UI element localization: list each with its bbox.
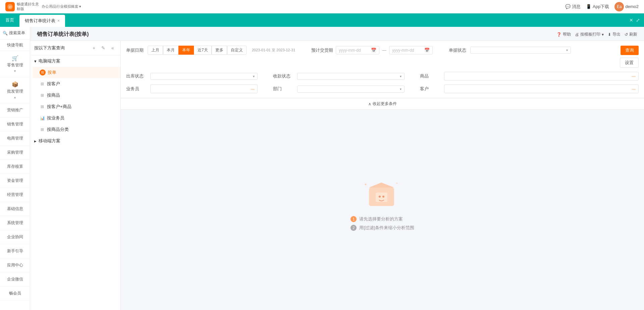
message-button[interactable]: 💬 消息: [565, 4, 581, 10]
retail-icon: 🛒: [12, 55, 18, 61]
sidebar-item-basic[interactable]: 基础信息: [0, 202, 30, 216]
date-btn-last-7[interactable]: 近7天: [194, 46, 212, 55]
date-btn-this-year[interactable]: 本年: [178, 46, 194, 55]
sidebar-item-wechat[interactable]: 企业微信: [0, 272, 30, 287]
tab-sales-order-stats[interactable]: 销售订单统计表 ×: [19, 15, 65, 27]
calendar-icon2: 📅: [424, 48, 430, 53]
doc-status-select[interactable]: ▾: [470, 47, 571, 54]
svg-point-6: [382, 196, 384, 198]
tree-item-by-order[interactable]: 按 按单: [33, 67, 120, 78]
date-filter-label: 单据日期: [126, 47, 145, 53]
header-actions: ❓ 帮助 🖨 按模板打印 ▾ ⬇ 导出 ↺ 刷新: [556, 32, 637, 37]
tab-close-icon[interactable]: ×: [57, 18, 60, 23]
sidebar-item-retail[interactable]: 🛒 零售管理 ▾: [0, 51, 30, 77]
date-btn-custom[interactable]: 自定义: [227, 46, 247, 55]
date-btn-last-month[interactable]: 上月: [148, 46, 163, 55]
calendar-icon1: 📅: [371, 48, 376, 53]
left-panel: 按以下方案查询 + ✎ « ▾ 电脑端方案 按 按单: [30, 41, 121, 310]
tree-item-by-salesman[interactable]: 📊 按业务员: [33, 112, 120, 124]
sidebar-item-ecommerce[interactable]: 电商管理: [0, 132, 30, 146]
date-btn-this-month[interactable]: 本月: [163, 46, 178, 55]
outbound-status-select[interactable]: ▾: [150, 73, 258, 80]
delivery-date-from[interactable]: yyyy-mm-dd 📅: [336, 46, 379, 54]
sidebar-item-system[interactable]: 系统管理: [0, 216, 30, 230]
empty-state: ✦ ✦ 1 请先选择要分析的方案 2 用[过滤]条件来缩小分析范围: [121, 110, 644, 310]
main-layout: 🔍 搜索菜单 快捷导航 🛒 零售管理 ▾ 📦 批发管理 ▴ 营销推广 销售管理 …: [0, 27, 644, 310]
export-icon: ⬇: [608, 32, 611, 37]
sidebar-item-marketing[interactable]: 营销推广: [0, 103, 30, 117]
query-button[interactable]: 查询: [621, 46, 639, 55]
collapse-arrow-icon: ∧: [368, 102, 371, 106]
quick-nav-button[interactable]: 快捷导航: [0, 40, 30, 51]
svg-text:✦: ✦: [364, 182, 367, 187]
print-icon: 🖨: [575, 32, 579, 37]
tree-item-by-product[interactable]: ⊞ 按商品: [33, 90, 120, 101]
help-button[interactable]: ❓ 帮助: [556, 32, 571, 37]
message-icon: 💬: [565, 4, 571, 9]
scheme-grid-icon: ⊞: [40, 81, 45, 87]
date-btn-more[interactable]: 更多: [212, 46, 227, 55]
customer-input[interactable]: ···: [444, 85, 639, 93]
scheme-grid-icon4: 📊: [40, 115, 45, 121]
hint-number-1: 1: [351, 216, 357, 222]
top-bar-left: 好 畅捷通好生意 标版 办公用品行业模拟账套 ▾: [5, 2, 81, 11]
export-button[interactable]: ⬇ 导出: [608, 32, 621, 37]
collapse-bar[interactable]: ∧ 收起更多条件: [121, 98, 644, 110]
sidebar-item-purchase[interactable]: 采购管理: [0, 146, 30, 160]
payment-select-arrow: ▾: [400, 74, 401, 78]
sidebar-item-operation[interactable]: 经营管理: [0, 188, 30, 202]
tree-section-mobile[interactable]: ▸ 移动端方案: [30, 135, 120, 147]
add-scheme-button[interactable]: +: [90, 44, 98, 52]
filter-area: 单据日期 上月 本月 本年 近7天 更多 自定义 2023-01-01 至 20…: [121, 41, 644, 98]
scheme-grid-icon2: ⊞: [40, 93, 45, 98]
outbound-select-arrow: ▾: [253, 74, 255, 78]
salesman-ellipsis-icon[interactable]: ···: [251, 86, 255, 92]
empty-hint-1: 1 请先选择要分析的方案: [351, 216, 414, 222]
goods-ellipsis-icon[interactable]: ···: [632, 73, 636, 79]
tree-section-pc[interactable]: ▾ 电脑端方案: [30, 55, 120, 67]
template-print-button[interactable]: 🖨 按模板打印 ▾: [575, 32, 604, 37]
sidebar-item-sales[interactable]: 销售管理: [0, 117, 30, 132]
app-download-button[interactable]: 📱 App下载: [586, 4, 609, 10]
maximize-icon[interactable]: ⤢: [636, 17, 640, 23]
empty-illustration: ✦ ✦: [362, 176, 402, 209]
help-icon: ❓: [556, 32, 561, 37]
customer-ellipsis-icon[interactable]: ···: [632, 86, 636, 92]
scheme-grid-icon5: ⊞: [40, 127, 45, 132]
app-switcher-dropdown[interactable]: 办公用品行业模拟账套 ▾: [42, 4, 81, 9]
dept-select[interactable]: ▾: [297, 86, 405, 93]
user-menu[interactable]: Ea demo2: [614, 2, 639, 11]
svg-marker-3: [369, 183, 394, 188]
print-dropdown-icon: ▾: [602, 32, 604, 37]
edit-scheme-button[interactable]: ✎: [100, 44, 107, 52]
sidebar-item-wholesale[interactable]: 📦 批发管理 ▴: [0, 77, 30, 103]
refresh-button[interactable]: ↺ 刷新: [625, 32, 637, 37]
settings-button[interactable]: 设置: [620, 58, 639, 68]
tree-item-by-category[interactable]: ⊞ 按商品分类: [33, 124, 120, 135]
search-menu-button[interactable]: 🔍 搜索菜单: [0, 27, 30, 40]
sidebar-item-inventory[interactable]: 库存核算: [0, 160, 30, 174]
delivery-date-label: 预计交货期: [311, 47, 333, 53]
tree-expand-icon2: ▸: [34, 139, 37, 144]
tree-children-pc: 按 按单 ⊞ 按客户 ⊞ 按商品 ⊞ 按客户+商品: [30, 67, 120, 135]
minimize-icon[interactable]: ✕: [629, 17, 633, 23]
tree-expand-icon: ▾: [34, 59, 37, 64]
tree-item-by-customer-product[interactable]: ⊞ 按客户+商品: [33, 101, 120, 112]
salesman-input[interactable]: ···: [150, 85, 258, 93]
sidebar-item-member[interactable]: 畅会员: [0, 287, 30, 301]
tree-item-by-customer[interactable]: ⊞ 按客户: [33, 78, 120, 90]
svg-text:✦: ✦: [396, 182, 398, 185]
delivery-date-to[interactable]: yyyy-mm-dd 📅: [389, 46, 433, 54]
svg-rect-4: [376, 193, 387, 202]
sidebar-item-newbie[interactable]: 新手引导: [0, 244, 30, 258]
select-arrow-icon: ▾: [566, 48, 568, 52]
sidebar-item-enterprise[interactable]: 企业协同: [0, 230, 30, 244]
sidebar-item-finance[interactable]: 资金管理: [0, 174, 30, 188]
goods-input[interactable]: ···: [444, 72, 639, 81]
collapse-panel-button[interactable]: «: [109, 44, 116, 52]
top-bar: 好 畅捷通好生意 标版 办公用品行业模拟账套 ▾ 💬 消息 📱 App下载 Ea…: [0, 0, 644, 13]
avatar: Ea: [614, 2, 624, 11]
sidebar-item-appcenter[interactable]: 应用中心: [0, 258, 30, 272]
tab-home[interactable]: 首页: [0, 13, 19, 27]
payment-status-select[interactable]: ▾: [297, 73, 405, 80]
